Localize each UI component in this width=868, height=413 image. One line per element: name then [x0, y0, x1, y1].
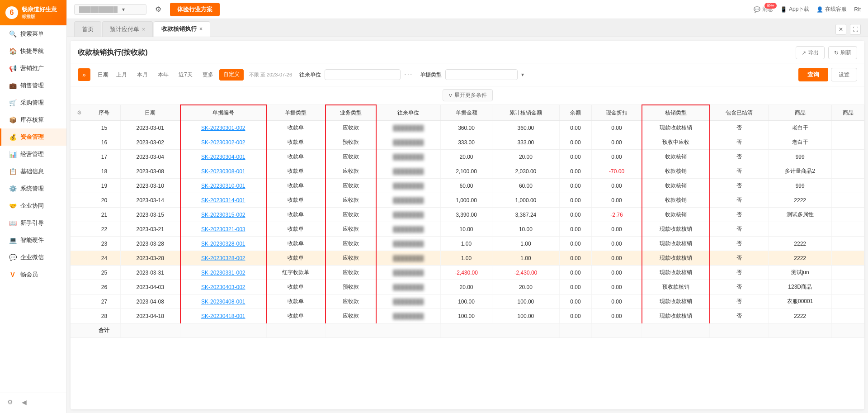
danghao-link[interactable]: SK-20230315-002	[201, 212, 245, 218]
td-no: 26	[88, 280, 121, 294]
settings-icon[interactable]: ⚙	[152, 3, 165, 16]
danghao-link[interactable]: SK-20230331-002	[201, 270, 245, 276]
danghao-link[interactable]: SK-20230310-001	[201, 183, 245, 189]
th-balance: 余额	[559, 105, 592, 121]
td-include-settled: 否	[710, 294, 769, 309]
sidebar-item-search[interactable]: 🔍 搜索菜单	[0, 25, 66, 43]
fullscreen-btn[interactable]: ⛶	[850, 24, 861, 35]
app-download-btn[interactable]: 📱 App下载	[780, 5, 809, 13]
td-cash-discount: 0.00	[592, 266, 642, 280]
date-filter-group: 日期 上月 本月 本年 近7天 更多 自定义 不限 至 2023-07-26	[98, 69, 292, 81]
date-btn-custom[interactable]: 自定义	[219, 69, 244, 81]
setting-button[interactable]: 设置	[831, 68, 857, 81]
danghao-link[interactable]: SK-20230304-001	[201, 154, 245, 160]
td-partner: ████████	[376, 164, 441, 179]
close-tab-btn[interactable]: ✕	[835, 24, 846, 35]
sidebar-settings-icon[interactable]: ⚙	[7, 399, 16, 408]
td-voucher-type: 收款单	[266, 309, 326, 323]
wechat-icon: 💬	[9, 253, 17, 261]
td-footer-6	[376, 323, 441, 338]
query-button[interactable]: 查询	[798, 68, 828, 81]
td-include-settled: 否	[710, 266, 769, 280]
sidebar-item-operation[interactable]: 📊 经营管理	[0, 146, 66, 163]
table-row: 192023-03-10SK-20230310-001收款单应收款███████…	[71, 179, 864, 193]
td-voucher-type: 收款单	[266, 150, 326, 164]
date-btn-this-month[interactable]: 本月	[133, 69, 152, 81]
tab-prepay[interactable]: 预计应付单 ×	[102, 21, 153, 37]
danghao-link[interactable]: SK-20230314-001	[201, 197, 245, 204]
sidebar-item-wechat[interactable]: 💬 企业微信	[0, 249, 66, 266]
danghao-link[interactable]: SK-20230403-002	[201, 284, 245, 290]
td-partner: ████████	[376, 135, 441, 150]
sidebar-item-sales[interactable]: 💼 销售管理	[0, 77, 66, 94]
export-icon: ↗	[802, 50, 806, 56]
column-settings-icon[interactable]: ⚙	[75, 109, 83, 117]
danghao-link[interactable]: SK-20230408-001	[201, 299, 245, 305]
solution-button[interactable]: 体验行业方案	[170, 3, 220, 16]
danghao-link[interactable]: SK-20230308-001	[201, 168, 245, 175]
voucher-type-filter-group: 单据类型 ▾	[420, 69, 524, 80]
sidebar-item-collab[interactable]: 🤝 企业协同	[0, 197, 66, 214]
expand-conditions-btn[interactable]: ∨ 展开更多条件	[443, 89, 493, 101]
sidebar-item-quick-nav[interactable]: 🏠 快捷导航	[0, 43, 66, 60]
td-cash-discount: -70.00	[592, 164, 642, 179]
td-cum-hx: 100.00	[492, 294, 559, 309]
td-footer-3	[180, 323, 267, 338]
partner-input[interactable]	[325, 69, 401, 80]
sidebar-item-member[interactable]: V 畅会员	[0, 266, 66, 283]
td-partner: ████████	[376, 251, 441, 266]
td-goods-img	[832, 237, 864, 251]
td-danghao: SK-20230328-002	[180, 251, 267, 266]
td-cum-hx: 100.00	[492, 309, 559, 323]
td-footer-13	[769, 323, 832, 338]
danghao-link[interactable]: SK-20230321-003	[201, 226, 245, 233]
sales-icon: 💼	[9, 81, 17, 90]
td-date: 2023-03-10	[120, 179, 180, 193]
date-btn-7days[interactable]: 近7天	[175, 69, 197, 81]
td-partner: ████████	[376, 266, 441, 280]
danghao-link[interactable]: SK-20230328-002	[201, 255, 245, 261]
date-btn-this-year[interactable]: 本年	[154, 69, 173, 81]
sidebar-collapse-icon[interactable]: ◀	[22, 399, 31, 408]
td-footer-5	[326, 323, 376, 338]
td-footer-8	[492, 323, 559, 338]
td-include-settled: 否	[710, 135, 769, 150]
tab-collection[interactable]: 收款核销执行 ×	[154, 21, 210, 37]
td-balance: 0.00	[559, 251, 592, 266]
danghao-link[interactable]: SK-20230418-001	[201, 313, 245, 319]
danghao-link[interactable]: SK-20230301-002	[201, 125, 245, 131]
tab-collection-close[interactable]: ×	[199, 26, 203, 32]
td-date: 2023-04-08	[120, 294, 180, 309]
workspace-selector[interactable]: ██████████ ▾	[74, 4, 146, 15]
service-icon: 👤	[816, 6, 823, 13]
td-amount: 1.00	[440, 251, 492, 266]
sidebar-item-system[interactable]: ⚙️ 系统管理	[0, 180, 66, 197]
sidebar-item-marketing[interactable]: 📢 营销推广	[0, 60, 66, 77]
td-cum-hx: 333.00	[492, 135, 559, 150]
danghao-link[interactable]: SK-20230328-001	[201, 241, 245, 247]
tab-home[interactable]: 首页	[74, 21, 101, 37]
th-danghao: 单据编号	[180, 105, 267, 121]
sidebar-item-purchase[interactable]: 🛒 采购管理	[0, 94, 66, 111]
date-btn-last-month[interactable]: 上月	[112, 69, 131, 81]
date-btn-more[interactable]: 更多	[198, 69, 217, 81]
sidebar-item-basic[interactable]: 📋 基础信息	[0, 163, 66, 180]
online-service-btn[interactable]: 👤 在线客服	[816, 5, 847, 13]
danghao-link[interactable]: SK-20230302-002	[201, 139, 245, 146]
filter-toggle-btn[interactable]: »	[78, 68, 90, 81]
sidebar-item-hardware[interactable]: 💻 智能硬件	[0, 232, 66, 249]
tab-prepay-close[interactable]: ×	[142, 26, 145, 33]
td-no: 15	[88, 121, 121, 135]
td-settings	[71, 266, 88, 280]
refresh-icon: ↻	[834, 50, 839, 56]
voucher-type-label: 单据类型	[420, 71, 442, 79]
messages-btn[interactable]: 💬 消息 99+	[754, 5, 773, 13]
marketing-icon: 📢	[9, 64, 17, 72]
sidebar-item-finance[interactable]: 💰 资金管理	[0, 128, 66, 146]
export-button[interactable]: ↗ 导出	[796, 46, 825, 59]
refresh-button[interactable]: ↻ 刷新	[828, 46, 857, 59]
td-hx-type: 现款收款核销	[642, 294, 710, 309]
sidebar-item-inventory[interactable]: 📦 库存核算	[0, 111, 66, 128]
sidebar-item-guide[interactable]: 📖 新手引导	[0, 214, 66, 232]
voucher-type-select[interactable]	[445, 69, 518, 80]
